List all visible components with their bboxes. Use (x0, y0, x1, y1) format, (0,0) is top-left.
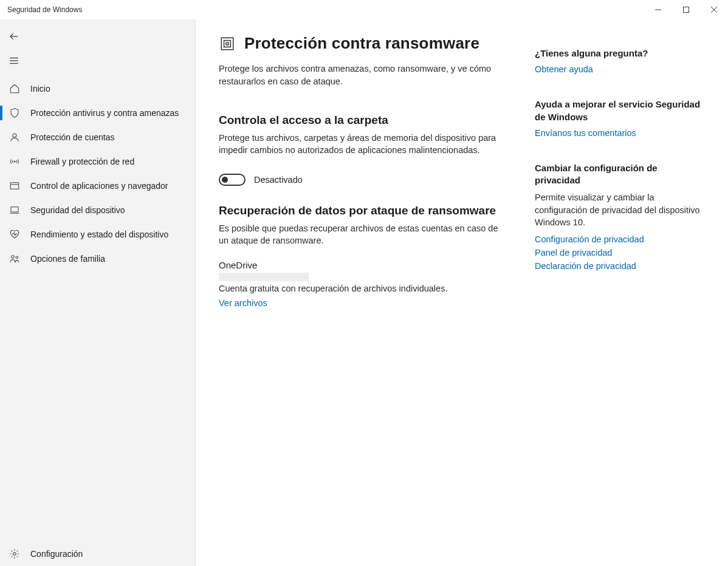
svg-point-8 (13, 134, 16, 137)
recovery-section: Recuperación de datos por ataque de rans… (219, 204, 517, 309)
nav-home[interactable]: Inicio (0, 77, 195, 101)
hamburger-button[interactable] (0, 49, 195, 73)
content: Protección contra ransomware Protege los… (219, 34, 535, 566)
page-description: Protege los archivos contra amenazas, co… (219, 63, 504, 88)
onedrive-block: OneDrive Cuenta gratuita con recuperació… (219, 260, 517, 308)
nav-label: Rendimiento y estado del dispositivo (30, 230, 168, 239)
back-button[interactable] (0, 24, 195, 49)
aside-text: Permite visualizar y cambiar la configur… (535, 191, 705, 228)
close-button[interactable] (700, 0, 728, 19)
gear-icon (9, 548, 21, 560)
section-description: Protege tus archivos, carpetas y áreas d… (219, 132, 504, 157)
aside-title: Cambiar la configuración de privacidad (535, 162, 705, 187)
aside-privacy: Cambiar la configuración de privacidad P… (535, 162, 705, 271)
page-title: Protección contra ransomware (244, 34, 479, 53)
ransomware-icon (219, 35, 236, 52)
nav-label: Configuración (30, 549, 83, 559)
section-title: Controla el acceso a la carpeta (219, 114, 517, 127)
nav-device-security[interactable]: Seguridad del dispositivo (0, 198, 195, 222)
nav-account[interactable]: Protección de cuentas (0, 125, 195, 149)
titlebar: Seguridad de Windows (0, 0, 728, 19)
account-name: OneDrive (219, 260, 517, 270)
family-icon (9, 253, 21, 265)
privacy-dashboard-link[interactable]: Panel de privacidad (535, 248, 705, 257)
aside: ¿Tienes alguna pregunta? Obtener ayuda A… (535, 34, 705, 566)
nav-label: Protección de cuentas (30, 132, 115, 142)
home-icon (9, 83, 21, 95)
nav: Inicio Protección antivirus y contra ame… (0, 77, 195, 541)
toggle-knob (222, 177, 228, 183)
privacy-settings-link[interactable]: Configuración de privacidad (535, 234, 705, 244)
person-icon (9, 131, 21, 143)
account-email-redacted (219, 273, 309, 281)
main: Protección contra ransomware Protege los… (196, 19, 728, 566)
svg-rect-12 (11, 207, 18, 212)
svg-rect-18 (224, 40, 231, 47)
sidebar: Inicio Protección antivirus y contra ame… (0, 19, 196, 566)
laptop-icon (9, 204, 21, 216)
view-files-link[interactable]: Ver archivos (219, 298, 267, 308)
antenna-icon (9, 155, 21, 168)
nav-label: Opciones de familia (30, 254, 105, 264)
svg-point-16 (13, 553, 16, 556)
nav-label: Control de aplicaciones y navegador (30, 181, 168, 191)
nav-app-browser[interactable]: Control de aplicaciones y navegador (0, 174, 195, 198)
maximize-button[interactable] (672, 0, 700, 19)
window-title: Seguridad de Windows (7, 5, 644, 14)
nav-performance[interactable]: Rendimiento y estado del dispositivo (0, 222, 195, 247)
window-controls (644, 0, 728, 19)
svg-rect-1 (684, 7, 689, 13)
nav-label: Firewall y protección de red (30, 157, 134, 166)
toggle-label: Desactivado (254, 175, 303, 185)
privacy-statement-link[interactable]: Declaración de privacidad (535, 261, 705, 271)
nav-family[interactable]: Opciones de familia (0, 247, 195, 271)
svg-point-14 (12, 256, 15, 259)
folder-access-toggle[interactable] (219, 174, 246, 186)
folder-access-toggle-row: Desactivado (219, 174, 517, 186)
aside-title: Ayuda a mejorar el servicio Seguridad de… (535, 98, 705, 123)
svg-point-15 (16, 256, 18, 259)
nav-settings[interactable]: Configuración (0, 542, 195, 566)
svg-point-9 (14, 161, 15, 162)
get-help-link[interactable]: Obtener ayuda (535, 64, 705, 74)
aside-feedback: Ayuda a mejorar el servicio Seguridad de… (535, 98, 705, 138)
aside-title: ¿Tienes alguna pregunta? (535, 47, 705, 60)
nav-label: Seguridad del dispositivo (30, 205, 125, 215)
window-icon (9, 180, 21, 192)
minimize-button[interactable] (644, 0, 672, 19)
section-description: Es posible que puedas recuperar archivos… (219, 222, 504, 247)
account-description: Cuenta gratuita con recuperación de arch… (219, 284, 517, 293)
nav-firewall[interactable]: Firewall y protección de red (0, 149, 195, 174)
nav-label: Inicio (30, 84, 50, 94)
feedback-link[interactable]: Envíanos tus comentarios (535, 128, 705, 138)
nav-label: Protección antivirus y contra amenazas (30, 108, 179, 118)
nav-virus-threat[interactable]: Protección antivirus y contra amenazas (0, 101, 195, 125)
page-header: Protección contra ransomware (219, 34, 517, 53)
heart-icon (9, 228, 21, 240)
svg-rect-17 (221, 38, 233, 50)
shield-icon (9, 107, 21, 119)
aside-help: ¿Tienes alguna pregunta? Obtener ayuda (535, 47, 705, 74)
svg-point-19 (226, 42, 228, 44)
svg-rect-10 (10, 183, 19, 189)
folder-access-section: Controla el acceso a la carpeta Protege … (219, 114, 517, 186)
section-title: Recuperación de datos por ataque de rans… (219, 204, 517, 217)
